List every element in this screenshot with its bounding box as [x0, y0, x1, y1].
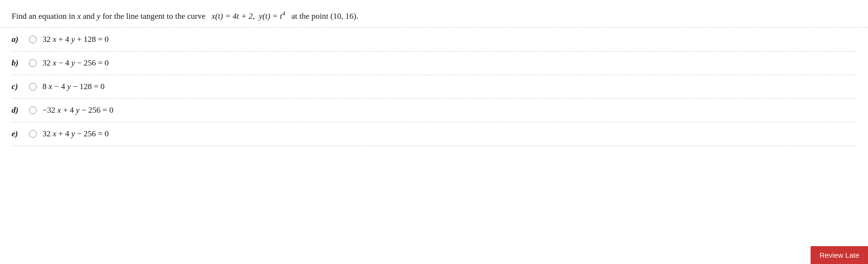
var-y: y [97, 12, 101, 21]
option-radio-d[interactable] [29, 106, 37, 114]
option-row-a: a) 32 x + 4 y + 128 = 0 [12, 28, 856, 52]
main-container: Find an equation in x and y for the line… [0, 0, 868, 264]
option-row-d: d) −32 x + 4 y − 256 = 0 [12, 99, 856, 122]
option-math-a: 32 x + 4 y + 128 = 0 [42, 35, 109, 44]
option-row-c: c) 8 x − 4 y − 128 = 0 [12, 75, 856, 99]
option-label-b: b) [12, 58, 29, 68]
option-label-c: c) [12, 82, 29, 92]
option-row-e: e) 32 x + 4 y − 256 = 0 [12, 122, 856, 146]
option-label-d: d) [12, 106, 29, 115]
question-section: Find an equation in x and y for the line… [0, 0, 868, 28]
option-label-a: a) [12, 35, 29, 44]
option-math-b: 32 x − 4 y − 256 = 0 [42, 58, 109, 68]
option-radio-b[interactable] [29, 59, 37, 67]
options-container: a) 32 x + 4 y + 128 = 0 b) 32 x − 4 y − … [0, 28, 868, 146]
option-math-e: 32 x + 4 y − 256 = 0 [42, 129, 109, 139]
xt-equation: x(t) = 4t + 2, y(t) = t4 [212, 12, 286, 21]
option-radio-e[interactable] [29, 130, 37, 138]
option-math-d: −32 x + 4 y − 256 = 0 [42, 106, 113, 115]
option-math-c: 8 x − 4 y − 128 = 0 [42, 82, 105, 92]
option-radio-c[interactable] [29, 83, 37, 91]
option-label-e: e) [12, 129, 29, 139]
review-late-button[interactable]: Review Late [811, 246, 868, 264]
option-row-b: b) 32 x − 4 y − 256 = 0 [12, 52, 856, 75]
question-text: Find an equation in x and y for the line… [12, 9, 856, 23]
var-x: x [77, 12, 81, 21]
option-radio-a[interactable] [29, 36, 37, 43]
